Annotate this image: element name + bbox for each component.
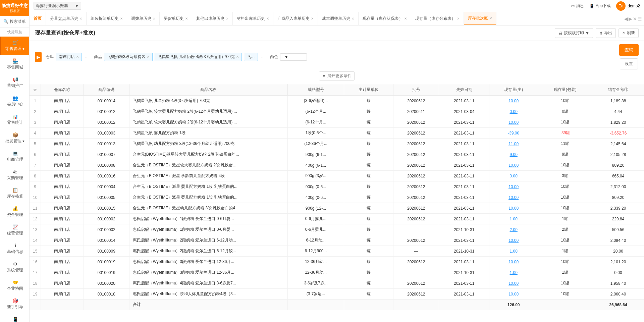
cell-8[interactable]: 10.00 (489, 117, 538, 128)
nav-tab-2[interactable]: 组装拆卸单历史✕ (87, 12, 127, 25)
product-filter-tag2[interactable]: 飞鹤星飞帆 儿童奶粉 4段(3-6岁适用) 700克 ✕ (155, 53, 242, 61)
tab-close-10[interactable]: ✕ (457, 17, 460, 20)
sidebar-item-retail-stats[interactable]: 📊零售统计 (0, 110, 29, 129)
product-tag1-close[interactable]: ✕ (147, 55, 150, 59)
sidebar-item-retail-mgmt[interactable]: 🛒零售管理▼ (0, 37, 29, 55)
sidebar-item-system[interactable]: ⚙系统管理 (0, 258, 29, 276)
warehouse-filter-tag[interactable]: 南岸门店 ✕ (56, 53, 82, 61)
cell-4: 900g (6-1... (288, 149, 344, 160)
product-filter-tag3[interactable]: 飞… (244, 53, 258, 61)
refresh-button[interactable]: ↻ 刷新 (619, 28, 639, 38)
nav-tab-5[interactable]: 其他出库单历史✕ (192, 12, 233, 25)
cell-0: 11 (30, 203, 41, 214)
product-more-dots[interactable]: ··· (260, 55, 266, 59)
cell-8[interactable]: 10.00 (489, 96, 538, 106)
account-dropdown[interactable]: 母婴行业演示账套 ▼ (34, 2, 81, 10)
sidebar-item-appstore[interactable]: 📱应用中心 (0, 313, 29, 322)
cell-8[interactable]: 11.00 (489, 139, 538, 149)
warehouse-more-dots[interactable]: ··· (84, 55, 90, 59)
tab-close-9[interactable]: ✕ (404, 17, 407, 20)
sidebar-item-purchase[interactable]: 🛍采购管理 (0, 166, 29, 184)
sidebar-item-finance[interactable]: 💰资金管理 (0, 203, 29, 221)
app-download-item[interactable]: 📱 App下载 (589, 3, 611, 9)
cell-9: 9罐 (538, 149, 592, 160)
settings-button[interactable]: 设置 (620, 58, 638, 69)
left-expand-button[interactable]: ▶ (35, 52, 42, 62)
sidebar-item-enterprise[interactable]: 🤝企业协同 (0, 276, 29, 295)
filter-row: ▶ 仓库 南岸门店 ✕ ··· 商品 飞鹤奶粉3段两罐提装 ✕ 飞鹤星飞帆 儿童… (35, 44, 639, 69)
more-tab-icon[interactable]: ☰ (638, 16, 642, 21)
cell-8[interactable]: 1.00 (489, 267, 538, 278)
sidebar-item-business[interactable]: 📈经营管理 (0, 221, 29, 239)
tab-close-5[interactable]: ✕ (226, 17, 228, 20)
cell-4: (3-6岁适用)... (288, 96, 344, 106)
tab-close-11[interactable]: ✕ (489, 16, 492, 20)
tab-close-3[interactable]: ✕ (153, 17, 155, 20)
inventory-icon: 📋 (2, 187, 28, 193)
nav-tab-11[interactable]: 库存批次账✕ (464, 12, 496, 25)
sidebar-item-retail-store[interactable]: 🏪零售商城 (0, 55, 29, 73)
sidebar-item-basic[interactable]: ℹ基础信息 (0, 239, 29, 258)
tab-close-8[interactable]: ✕ (352, 17, 354, 20)
table-row: 10南岸门店00100005合生元（BIOSTIME）派星 婴儿配方奶粉 1段 … (30, 192, 644, 203)
prev-tab-arrow[interactable]: ◀ (624, 16, 628, 21)
sidebar-item-marketing[interactable]: 📢营销推广 (0, 73, 29, 92)
cell-6: 20200612 (393, 203, 439, 214)
template-print-button[interactable]: 🖨 按模板打印 ▼ (555, 28, 593, 38)
cell-8[interactable]: 2.00 (489, 224, 538, 235)
product-tag2-close[interactable]: ✕ (236, 55, 239, 59)
cell-8[interactable]: 10.00 (489, 235, 538, 246)
cell-8[interactable]: -39.00 (489, 128, 538, 139)
user-area[interactable]: Ea demo2 (616, 1, 640, 11)
arrow-icon: ▼ (22, 140, 25, 143)
cell-8[interactable]: 10.00 (489, 289, 538, 300)
tab-close-2[interactable]: ✕ (120, 17, 123, 20)
cell-8[interactable]: 10.00 (489, 257, 538, 267)
table-row: 17南岸门店00100019惠氏启醒（Wyeth illuma）3段奶粉 爱尔兰… (30, 267, 644, 278)
sidebar-item-member[interactable]: 👥会员中心 (0, 92, 29, 110)
warehouse-tag-close[interactable]: ✕ (76, 55, 79, 59)
cell-5: 罐 (344, 192, 393, 203)
nav-tab-3[interactable]: 调拨单历史✕ (127, 12, 160, 25)
tab-navigation-arrows: ◀ ▶ ✕ ☰ (622, 16, 644, 21)
cell-8[interactable]: 10.00 (489, 192, 538, 203)
sidebar-item-wholesale[interactable]: 📦批发管理▼ (0, 129, 29, 147)
tab-close-6[interactable]: ✕ (266, 17, 269, 20)
cell-8[interactable]: 10.00 (489, 160, 538, 171)
nav-tab-0[interactable]: 首页 (30, 12, 46, 25)
cell-8[interactable]: 3.00 (489, 171, 538, 181)
nav-tab-8[interactable]: 成本调整单历史✕ (318, 12, 359, 25)
nav-tab-7[interactable]: 产成品入库单历史✕ (273, 12, 318, 25)
nav-tab-1[interactable]: 分量盘点单历史✕ (46, 12, 87, 25)
cell-8[interactable]: 10.00 (489, 203, 538, 214)
expand-conditions-button[interactable]: ▼ 展开更多条件 (319, 71, 355, 80)
cell-8[interactable]: 1.00 (489, 246, 538, 257)
cell-8[interactable]: 0.00 (489, 106, 538, 117)
cell-8[interactable]: 1.00 (489, 214, 538, 224)
cell-8[interactable]: 10.00 (489, 181, 538, 192)
product-filter-tag1[interactable]: 飞鹤奶粉3段两罐提装 ✕ (104, 53, 153, 61)
message-icon: ✉ (571, 4, 575, 8)
message-item[interactable]: ✉ 消息 (571, 3, 584, 9)
nav-tab-6[interactable]: 材料出库单历史✕ (233, 12, 273, 25)
close-tab-icon[interactable]: ✕ (633, 16, 637, 21)
tab-close-4[interactable]: ✕ (185, 17, 188, 20)
cell-8[interactable]: 9.00 (489, 149, 538, 160)
sidebar-item-inventory[interactable]: 📋库存核算 (0, 184, 29, 203)
cell-0: 8 (30, 171, 41, 181)
color-filter-select[interactable]: ▼ (280, 53, 307, 61)
tab-close-1[interactable]: ✕ (79, 17, 82, 20)
sidebar-item-ecommerce[interactable]: 💻电商管理 (0, 147, 29, 166)
query-button[interactable]: 查询 (619, 44, 639, 56)
sidebar-item-guide[interactable]: 🎯新手引导 (0, 295, 29, 313)
cell-3: 惠氏启醒（Wyeth illuma）2段奶粉 爱尔兰进口 6-12月幼... (129, 235, 287, 246)
search-menu-item[interactable]: 🔍 搜索菜单 (0, 16, 29, 28)
export-button[interactable]: ⬆ 导出 (596, 28, 616, 38)
cell-8[interactable]: 10.00 (489, 278, 538, 289)
nav-tab-4[interactable]: 要货单历史✕ (160, 12, 192, 25)
table-row: 6南岸门店00100007合生元(BIOSTIME)派星较大婴儿配方奶粉 2段 … (30, 149, 644, 160)
next-tab-arrow[interactable]: ▶ (629, 16, 632, 21)
nav-tab-10[interactable]: 现存量（库存分布表）✕ (411, 12, 464, 25)
nav-tab-9[interactable]: 现存量（库存状况表）✕ (359, 12, 411, 25)
tab-close-7[interactable]: ✕ (311, 17, 314, 20)
